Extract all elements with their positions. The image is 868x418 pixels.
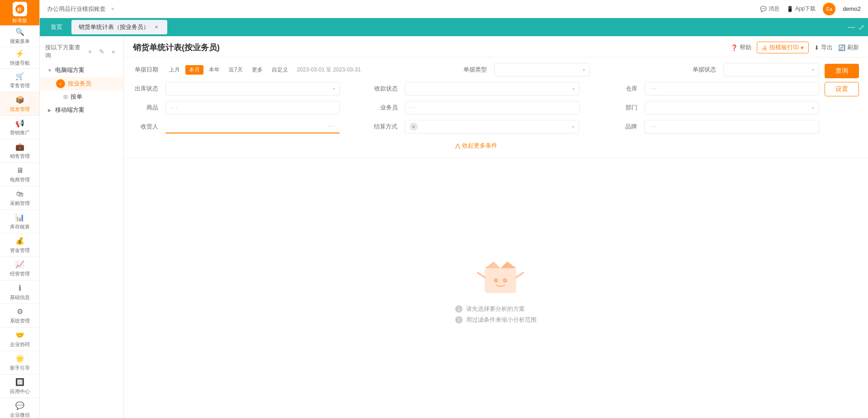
sidebar-label-retail: 零售管理: [10, 82, 30, 89]
collapse-btn[interactable]: ⋀ 收起更多条件: [133, 139, 819, 152]
setting-button[interactable]: 设置: [825, 82, 859, 96]
tree-arrow-mobile-icon: ▶: [47, 107, 52, 113]
print-arrow-icon[interactable]: ▾: [801, 44, 804, 51]
sidebar-item-finance[interactable]: 💰 资金管理: [0, 233, 40, 257]
empty-state: 1 请先选择要分析的方案 2 用过滤条件来缩小分析范围: [124, 158, 868, 418]
app-download-action[interactable]: 📱 App下载: [787, 5, 816, 13]
edit-scheme-btn[interactable]: ✎: [97, 47, 106, 56]
date-tab-more[interactable]: 更多: [248, 65, 266, 75]
content-area: 按以下方案查询 + ✎ « ▼ 电脑端方案: [40, 36, 868, 418]
tree-pc-section[interactable]: ▼ 电脑端方案: [40, 63, 123, 77]
sidebar-label-finance: 资金管理: [10, 247, 30, 254]
payment-select[interactable]: ▾: [405, 82, 580, 95]
date-tab-7days[interactable]: 近7天: [225, 65, 246, 75]
print-label: 按模板打印: [769, 43, 799, 52]
tab-minimize-icon[interactable]: —: [848, 23, 855, 31]
sidebar-item-shortcut[interactable]: ⚡ 快捷导航: [0, 47, 40, 69]
sidebar-item-basic[interactable]: ℹ 基础信息: [0, 280, 40, 304]
user-name[interactable]: demo2: [843, 5, 861, 12]
wholesale-icon: 📦: [15, 95, 24, 104]
purchase-icon: 🛍: [15, 190, 24, 199]
sidebar-label-search: 搜索菜单: [10, 38, 30, 45]
sidebar-item-operations[interactable]: 📈 经营管理: [0, 257, 40, 280]
sidebar-item-ecommerce[interactable]: 🖥 电商管理: [0, 163, 40, 186]
tab-active[interactable]: 销货单统计表（按业务员） ×: [71, 20, 167, 34]
tab-bar: 首页 销货单统计表（按业务员） × — ⤢: [40, 18, 868, 36]
sidebar-item-system[interactable]: ⚙ 系统管理: [0, 304, 40, 328]
out-select[interactable]: ▾: [165, 82, 340, 95]
sidebar-item-sales[interactable]: 💼 销售管理: [0, 139, 40, 163]
sidebar-item-search[interactable]: 🔍 搜索菜单: [0, 25, 40, 47]
svg-line-6: [516, 273, 523, 277]
sidebar-item-marketing[interactable]: 📢 营销推广: [0, 116, 40, 139]
settlement-select[interactable]: × ▾: [405, 120, 580, 133]
operations-icon: 📈: [15, 260, 24, 269]
right-content: 销货单统计表(按业务员) ❓ 帮助 🖨 按模板打印 ▾ ⬇ 导出: [124, 36, 868, 418]
breadcrumb-arrow-icon[interactable]: ▾: [111, 5, 114, 12]
sidebar-label-shortcut: 快捷导航: [10, 60, 30, 66]
sidebar-label-appstore: 应用中心: [10, 388, 30, 395]
sidebar-item-wechat[interactable]: 💬 企业微信: [0, 398, 40, 418]
system-icon: ⚙: [15, 307, 24, 316]
action-buttons: 查询 设置: [825, 63, 859, 96]
date-tab-this-year[interactable]: 本年: [205, 65, 223, 75]
collapse-panel-btn[interactable]: «: [109, 47, 118, 56]
sidebar-item-inventory[interactable]: 📊 库存核算: [0, 210, 40, 233]
tree-by-staff[interactable]: ✓ 按业务员: [40, 77, 123, 90]
out-label: 出库状态: [133, 85, 158, 93]
type-label: 单据类型: [462, 66, 487, 74]
tree-mobile-section[interactable]: ▶ 移动端方案: [40, 103, 123, 117]
sidebar-item-purchase[interactable]: 🛍 采购管理: [0, 186, 40, 210]
settlement-clear-btn[interactable]: ×: [410, 123, 418, 131]
brand-select[interactable]: ···: [644, 120, 819, 133]
print-btn[interactable]: 🖨 按模板打印 ▾: [757, 42, 809, 53]
inventory-icon: 📊: [15, 213, 24, 222]
refresh-btn[interactable]: 🔄 刷新: [838, 43, 859, 52]
app-logo[interactable]: 好 标准版: [0, 0, 40, 25]
tree-by-order[interactable]: ⊞ 按单: [40, 90, 123, 103]
empty-text-item-2: 2 用过滤条件来缩小分析范围: [455, 316, 537, 324]
sidebar-item-newbie[interactable]: 🌟 新手引导: [0, 351, 40, 375]
export-btn[interactable]: ⬇ 导出: [814, 43, 833, 52]
download-icon: 📱: [787, 6, 793, 12]
add-scheme-btn[interactable]: +: [85, 47, 94, 56]
type-select[interactable]: ▾: [494, 63, 590, 76]
warehouse-select[interactable]: ···: [645, 82, 819, 95]
user-avatar[interactable]: Ea: [823, 3, 835, 15]
tab-close-icon[interactable]: ×: [153, 24, 160, 31]
dept-select[interactable]: ▾: [645, 101, 819, 114]
help-btn[interactable]: ❓ 帮助: [731, 43, 751, 52]
sidebar-item-appstore[interactable]: 🔲 应用中心: [0, 375, 40, 398]
staff-select[interactable]: ···: [405, 101, 580, 114]
query-button[interactable]: 查询: [825, 64, 859, 78]
recipient-input[interactable]: ···: [165, 120, 340, 133]
sidebar-item-retail[interactable]: 🛒 零售管理: [0, 69, 40, 92]
filter-row-3: 商品 ··· 业务员 ··· 部门: [133, 101, 819, 114]
date-range-text: 2023-03-01 至 2023-03-31: [297, 66, 361, 74]
wechat-icon: 💬: [15, 401, 24, 410]
sidebar-label-marketing: 营销推广: [10, 129, 30, 136]
breadcrumb-text: 办公用品行业模拟账套: [47, 5, 106, 13]
empty-num-2: 2: [455, 316, 462, 323]
tab-home[interactable]: 首页: [43, 20, 70, 34]
recipient-dots: ···: [327, 122, 335, 130]
dept-arrow-icon: ▾: [812, 105, 814, 110]
sidebar-label-ecommerce: 电商管理: [10, 176, 30, 183]
filter-row-4: 收货人 ··· 结算方式 × ▾: [133, 120, 819, 133]
date-tab-last-month[interactable]: 上月: [165, 65, 184, 75]
goods-select[interactable]: ···: [165, 101, 340, 114]
tab-expand-icon[interactable]: ⤢: [859, 23, 864, 32]
payment-arrow-icon: ▾: [572, 86, 575, 91]
order-icon: ⊞: [63, 94, 68, 100]
sidebar-item-wholesale[interactable]: 📦 批发管理: [0, 92, 40, 116]
message-action[interactable]: 💬 消息: [760, 5, 779, 13]
filter-area: 单据日期 上月 本月 本年 近7天 更多 自定义 2023-03-01 至 20…: [124, 57, 868, 158]
svg-line-5: [478, 273, 485, 277]
date-tab-this-month[interactable]: 本月: [185, 65, 203, 75]
status-select[interactable]: ▾: [723, 63, 819, 76]
staff-label: 业务员: [373, 104, 398, 112]
date-tab-custom[interactable]: 自定义: [268, 65, 292, 75]
sidebar-item-enterprise[interactable]: 🤝 企业协同: [0, 328, 40, 351]
settlement-arrow-icon: ▾: [572, 124, 574, 129]
sidebar-label-purchase: 采购管理: [10, 200, 30, 207]
